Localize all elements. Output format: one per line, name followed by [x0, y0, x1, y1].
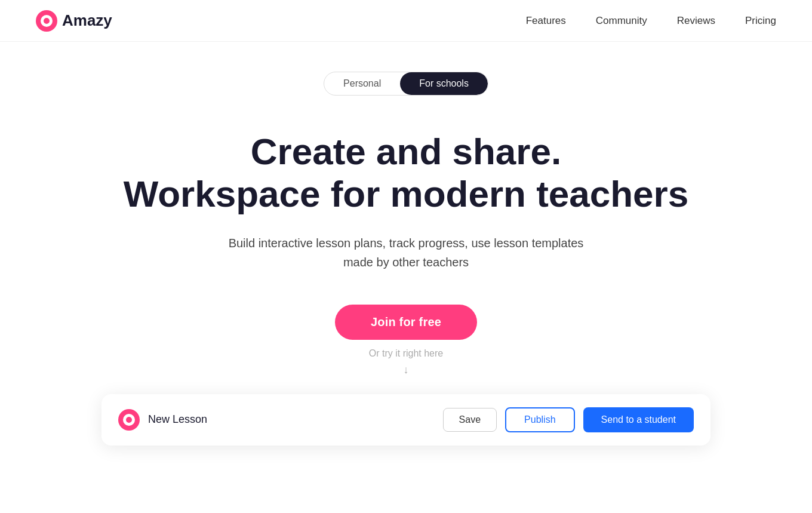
hero-section: Create and share. Workspace for modern t… [0, 131, 812, 272]
nav-features[interactable]: Features [526, 15, 566, 27]
toggle-section: Personal For schools [0, 72, 812, 96]
try-text: Or try it right here [369, 348, 443, 359]
main-nav: Features Community Reviews Pricing [526, 15, 776, 27]
nav-pricing[interactable]: Pricing [745, 15, 776, 27]
logo-text: Amazy [62, 11, 112, 30]
toggle-personal[interactable]: Personal [324, 72, 400, 95]
lesson-title: New Lesson [148, 413, 207, 426]
logo[interactable]: Amazy [36, 10, 112, 32]
lesson-card: New Lesson Save Publish Send to a studen… [102, 394, 710, 446]
send-to-student-button[interactable]: Send to a student [583, 407, 694, 432]
save-button[interactable]: Save [443, 408, 497, 432]
svg-point-2 [44, 18, 50, 24]
toggle-for-schools[interactable]: For schools [400, 72, 488, 95]
hero-subtitle: Build interactive lesson plans, track pr… [221, 234, 591, 272]
publish-button[interactable]: Publish [505, 407, 574, 432]
join-free-button[interactable]: Join for free [335, 305, 477, 340]
cta-section: Join for free Or try it right here ↓ [0, 305, 812, 376]
header: Amazy Features Community Reviews Pricing [0, 0, 812, 42]
arrow-down-icon: ↓ [404, 364, 409, 376]
logo-icon [36, 10, 57, 32]
hero-title-line2: Workspace for modern teachers [124, 172, 688, 216]
nav-reviews[interactable]: Reviews [677, 15, 715, 27]
toggle-group: Personal For schools [324, 72, 488, 96]
nav-community[interactable]: Community [596, 15, 647, 27]
lesson-logo-icon [118, 409, 140, 431]
svg-point-5 [126, 417, 132, 423]
hero-title-line1: Create and share. [251, 131, 561, 172]
lesson-left: New Lesson [118, 409, 207, 431]
lesson-actions: Save Publish Send to a student [443, 407, 694, 432]
